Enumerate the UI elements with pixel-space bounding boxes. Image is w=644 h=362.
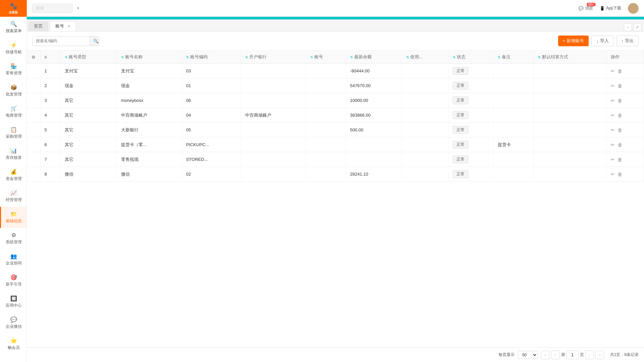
tab-account-close-icon[interactable]: ✕ [67, 24, 70, 28]
tab-account[interactable]: 账号 ✕ [50, 21, 76, 31]
header-left: 搜索 ▼ [32, 4, 80, 13]
balance-col-header[interactable]: ⇅最新余额 [346, 51, 402, 64]
prev-page-button[interactable]: ‹ [551, 351, 560, 359]
row-actions: ✏ 🗑 [606, 167, 644, 182]
delete-button[interactable]: 🗑 [618, 98, 622, 103]
last-page-button[interactable]: » [595, 351, 604, 359]
action-col-header: 操作 [606, 51, 644, 64]
remark-col-header[interactable]: ⇅备注 [493, 51, 534, 64]
sidebar-item-ecommerce[interactable]: 🛒 电商管理 [0, 101, 26, 122]
logo-icon: 🐾 [10, 2, 17, 10]
row-name: moneybosx [117, 93, 182, 108]
sidebar-item-guide[interactable]: 🎯 新手引导 [0, 270, 26, 291]
row-default-payment [534, 93, 607, 108]
status-badge: 正常 [453, 126, 468, 134]
header-right: 💬 消息 99+ 📱 App下载 [579, 3, 639, 14]
sidebar-item-basic-info[interactable]: 📁 基础信息 [0, 207, 26, 228]
row-balance: -90444.00 [346, 64, 402, 78]
account-col-header[interactable]: ⇅账号 [306, 51, 346, 64]
sidebar-item-retail[interactable]: 🏪 零售管理 [0, 59, 26, 80]
row-account [306, 167, 346, 182]
sidebar-item-purchase[interactable]: 📋 采购管理 [0, 122, 26, 143]
system-icon: ⚙ [11, 232, 16, 238]
app-download-button[interactable]: 📱 App下载 [600, 5, 621, 11]
row-code: 03 [182, 64, 241, 78]
sidebar-item-system[interactable]: ⚙ 系统管理 [0, 228, 26, 249]
sidebar-item-member[interactable]: ⭐ 畅会员 [0, 334, 26, 355]
sidebar-item-inventory[interactable]: 📊 库存核算 [0, 143, 26, 165]
current-page-input[interactable] [567, 351, 579, 359]
edit-button[interactable]: ✏ [611, 83, 615, 88]
tab-actions: − ⤢ [624, 23, 644, 31]
default-payment-col-header[interactable]: ⇅默认结算方式 [534, 51, 607, 64]
sidebar-item-app-center[interactable]: 🔲 应用中心 [0, 291, 26, 312]
global-search-box[interactable]: 搜索 [32, 4, 72, 13]
tab-home[interactable]: 首页 [28, 21, 48, 31]
row-usage [402, 152, 449, 167]
edit-button[interactable]: ✏ [611, 142, 615, 147]
type-col-header[interactable]: ⇅账号类型 [61, 51, 117, 64]
sidebar-item-retail-label: 零售管理 [6, 70, 22, 76]
delete-button[interactable]: 🗑 [618, 142, 622, 147]
row-settings [27, 167, 40, 182]
dropdown-arrow-icon[interactable]: ▼ [76, 6, 80, 10]
sidebar-item-operation-label: 经营管理 [6, 197, 22, 203]
page-size-select[interactable]: 50 100 200 [518, 351, 538, 359]
edit-button[interactable]: ✏ [611, 172, 615, 177]
user-avatar[interactable] [628, 3, 639, 14]
edit-button[interactable]: ✏ [611, 98, 615, 103]
row-code: 01 [182, 78, 241, 93]
sidebar-item-quick-nav[interactable]: ⚡ 快捷导航 [0, 38, 26, 59]
row-default-payment [534, 167, 607, 182]
row-name: 微信 [117, 167, 182, 182]
sidebar-item-wholesale[interactable]: 📦 批发管理 [0, 80, 26, 101]
tab-maximize-button[interactable]: ⤢ [633, 23, 641, 31]
sidebar-item-finance[interactable]: 💰 资金管理 [0, 165, 26, 186]
delete-button[interactable]: 🗑 [618, 83, 622, 88]
status-col-header[interactable]: ⇅状态 [449, 51, 494, 64]
table-footer: 每页显示 50 100 200 « ‹ 第 页 › » 共1页，8条记录 [27, 347, 644, 362]
row-usage [402, 108, 449, 123]
delete-button[interactable]: 🗑 [618, 157, 622, 162]
edit-button[interactable]: ✏ [611, 157, 615, 162]
content-area: 🔍 + 新增账号 ↓ 导入 ↑ 导出 ⚙ # [27, 32, 644, 362]
import-button[interactable]: ↓ 导入 [591, 36, 614, 46]
delete-button[interactable]: 🗑 [618, 127, 622, 133]
delete-button[interactable]: 🗑 [618, 68, 622, 74]
row-usage [402, 137, 449, 152]
edit-button[interactable]: ✏ [611, 113, 615, 118]
sidebar-item-collaboration[interactable]: 👥 企业协同 [0, 249, 26, 270]
name-col-header[interactable]: ⇅账号名称 [117, 51, 182, 64]
usage-col-header[interactable]: ⇅使用... [402, 51, 449, 64]
add-account-button[interactable]: + 新增账号 [558, 36, 589, 46]
row-bank [241, 64, 306, 78]
export-button[interactable]: ↑ 导出 [616, 36, 639, 46]
row-actions: ✏ 🗑 [606, 123, 644, 137]
row-status: 正常 [449, 93, 494, 108]
status-badge: 正常 [453, 156, 468, 163]
next-page-button[interactable]: › [585, 351, 594, 359]
table-row: 2 现金 现金 01 547670.00 正常 ✏ 🗑 [27, 78, 644, 93]
messages-button[interactable]: 💬 消息 99+ [579, 5, 593, 11]
row-type: 其它 [61, 93, 117, 108]
delete-button[interactable]: 🗑 [618, 172, 622, 177]
code-col-header[interactable]: ⇅账号编码 [182, 51, 241, 64]
tab-minimize-button[interactable]: − [624, 23, 632, 31]
row-status: 正常 [449, 137, 494, 152]
row-code: PICKUPC... [182, 137, 241, 152]
search-button[interactable]: 🔍 [90, 37, 99, 46]
edit-button[interactable]: ✏ [611, 127, 615, 133]
sidebar-item-wechat-work[interactable]: 💬 企业微信 [0, 312, 26, 334]
row-index: 3 [40, 93, 61, 108]
row-bank [241, 123, 306, 137]
edit-button[interactable]: ✏ [611, 68, 615, 74]
account-search-input[interactable] [33, 37, 90, 45]
sidebar-item-operation[interactable]: 📈 经营管理 [0, 186, 26, 207]
account-search-box[interactable]: 🔍 [32, 36, 99, 46]
sidebar-item-search[interactable]: 🔍 搜索菜单 [0, 17, 26, 38]
retail-icon: 🏪 [10, 63, 17, 69]
settings-col-header[interactable]: ⚙ [27, 51, 40, 64]
first-page-button[interactable]: « [541, 351, 550, 359]
bank-col-header[interactable]: ⇅开户银行 [241, 51, 306, 64]
delete-button[interactable]: 🗑 [618, 113, 622, 118]
